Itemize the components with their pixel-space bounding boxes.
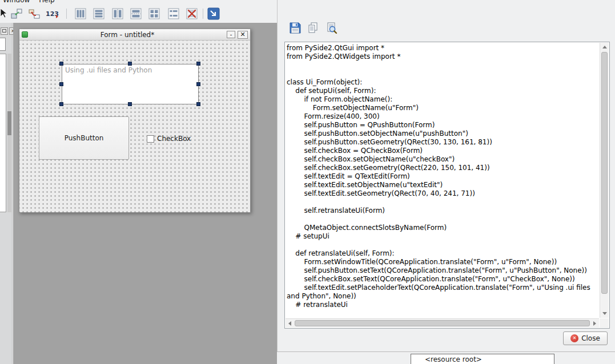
horizontal-scrollbar-thumb[interactable]: [295, 320, 590, 326]
code-line: self.checkBox = QCheckBox(Form): [287, 147, 598, 155]
layout-vertical-splitter-button[interactable]: [128, 6, 143, 21]
edit-buddies-icon: [28, 7, 41, 20]
layout-vertical-icon: [93, 7, 105, 20]
widget-box-scrollbar-thumb[interactable]: [7, 111, 11, 135]
mdi-area: Form - untitled* - ✕ Using .ui files and…: [13, 23, 277, 364]
horizontal-scrollbar[interactable]: [286, 318, 599, 327]
scroll-left-button[interactable]: [286, 319, 294, 327]
layout-horizontal-splitter-button[interactable]: [110, 6, 125, 21]
code-line: from PySide2.QtWidgets import *: [287, 52, 598, 61]
code-content: from PySide2.QtGui import *from PySide2.…: [287, 44, 598, 317]
form-canvas[interactable]: Using .ui files and Python PushButton Ch…: [19, 41, 250, 212]
code-line: Form.setWindowTitle(QCoreApplication.tra…: [287, 258, 598, 266]
close-button[interactable]: ✕ Close: [563, 331, 608, 345]
resource-root-item[interactable]: <resource root>: [411, 354, 554, 364]
code-line: self.checkBox.setObjectName(u"checkBox"): [287, 155, 598, 164]
code-line: self.pushButton.setObjectName(u"pushButt…: [287, 130, 598, 138]
code-line: self.textEdit = QTextEdit(Form): [287, 172, 598, 181]
textedit-widget[interactable]: Using .ui files and Python: [62, 64, 199, 104]
layout-horizontal-icon: [74, 7, 87, 20]
code-line: [287, 198, 598, 207]
form-window-titlebar[interactable]: Form - untitled* - ✕: [19, 29, 250, 41]
form-window[interactable]: Form - untitled* - ✕ Using .ui files and…: [19, 29, 251, 213]
scroll-down-button[interactable]: [600, 309, 609, 318]
break-layout-icon: [186, 7, 198, 20]
copy-button[interactable]: [306, 21, 320, 35]
layout-horizontal-button[interactable]: [73, 6, 88, 21]
edit-widgets-icon: [0, 7, 9, 20]
arrow-right-icon: [593, 321, 596, 326]
textedit-placeholder: Using .ui files and Python: [65, 66, 152, 74]
adjust-size-icon: [207, 7, 220, 21]
menu-help[interactable]: Help: [39, 0, 54, 4]
selection-handle[interactable]: [59, 102, 63, 106]
form-minimize-button[interactable]: -: [227, 31, 235, 38]
code-line: self.pushButton.setText(QCoreApplication…: [287, 266, 598, 275]
pushbutton-widget[interactable]: PushButton: [39, 116, 129, 160]
layout-form-button[interactable]: [166, 6, 181, 21]
code-line: and Python", None)): [287, 292, 598, 301]
code-line: self.textEdit.setPlaceholderText(QCoreAp…: [287, 284, 598, 292]
scroll-right-button[interactable]: [590, 319, 599, 327]
code-line: [287, 241, 598, 249]
close-button-label: Close: [581, 334, 600, 342]
code-line: self.textEdit.setObjectName(u"textEdit"): [287, 181, 598, 189]
code-line: Form.setObjectName(u"Form"): [287, 104, 598, 112]
checkbox-indicator[interactable]: [147, 135, 154, 143]
code-line: # retranslateUi: [287, 301, 598, 309]
layout-grid-icon: [148, 7, 160, 20]
selection-handle[interactable]: [59, 82, 63, 86]
code-line: [287, 215, 598, 224]
vertical-scrollbar-thumb[interactable]: [601, 52, 608, 294]
code-line: self.pushButton.setGeometry(QRect(30, 13…: [287, 138, 598, 147]
resource-panel: <resource root>: [277, 351, 615, 364]
edit-buddies-button[interactable]: [27, 6, 42, 21]
arrow-up-icon: [602, 46, 607, 48]
find-button[interactable]: [324, 21, 339, 35]
selection-handle[interactable]: [196, 102, 200, 106]
save-icon: [289, 22, 302, 34]
code-textarea[interactable]: from PySide2.QtGui import *from PySide2.…: [284, 42, 610, 329]
break-layout-button[interactable]: [184, 6, 199, 21]
code-line: [287, 70, 598, 78]
code-line: # setupUi: [287, 232, 598, 241]
widget-box-scrollbar[interactable]: [7, 54, 11, 212]
selection-handle[interactable]: [59, 62, 63, 66]
edit-tab-order-button[interactable]: 123: [45, 6, 59, 21]
form-window-title: Form - untitled*: [30, 31, 224, 39]
layout-horizontal-splitter-icon: [111, 7, 124, 20]
selection-handle[interactable]: [128, 62, 132, 66]
edit-signals-slots-icon: [10, 7, 23, 20]
arrow-down-icon: [602, 312, 607, 315]
menu-window[interactable]: Window: [3, 0, 30, 4]
code-line: def setupUi(self, Form):: [287, 87, 598, 95]
widget-box-list[interactable]: [0, 54, 6, 212]
adjust-size-button[interactable]: [206, 6, 221, 21]
vertical-scrollbar[interactable]: [600, 43, 609, 318]
form-close-button[interactable]: ✕: [238, 31, 248, 39]
code-line: self.pushButton = QPushButton(Form): [287, 121, 598, 130]
copy-icon: [307, 22, 319, 34]
scroll-up-button[interactable]: [600, 43, 609, 51]
find-icon: [325, 22, 338, 34]
selection-handle[interactable]: [196, 82, 200, 86]
layout-grid-button[interactable]: [147, 6, 162, 21]
arrow-left-icon: [288, 321, 291, 326]
edit-signals-slots-button[interactable]: [9, 6, 24, 21]
selection-handle[interactable]: [196, 62, 200, 66]
resource-root-label: <resource root>: [425, 355, 482, 363]
layout-vertical-splitter-icon: [130, 7, 142, 20]
edit-tab-order-icon: 123: [45, 7, 59, 20]
code-line: self.checkBox.setGeometry(QRect(220, 150…: [287, 164, 598, 172]
checkbox-widget[interactable]: CheckBox: [147, 133, 191, 144]
main-toolbar: 123: [0, 5, 277, 23]
selection-handle[interactable]: [128, 102, 132, 106]
dock-float-button[interactable]: [1, 27, 8, 35]
code-preview-dialog: from PySide2.QtGui import *from PySide2.…: [277, 0, 615, 351]
widget-box-filter-input[interactable]: [0, 38, 6, 51]
float-icon: [2, 29, 6, 33]
save-button[interactable]: [288, 21, 303, 35]
layout-vertical-button[interactable]: [91, 6, 106, 21]
layout-form-icon: [167, 7, 180, 20]
code-line: Form.resize(400, 300): [287, 112, 598, 121]
